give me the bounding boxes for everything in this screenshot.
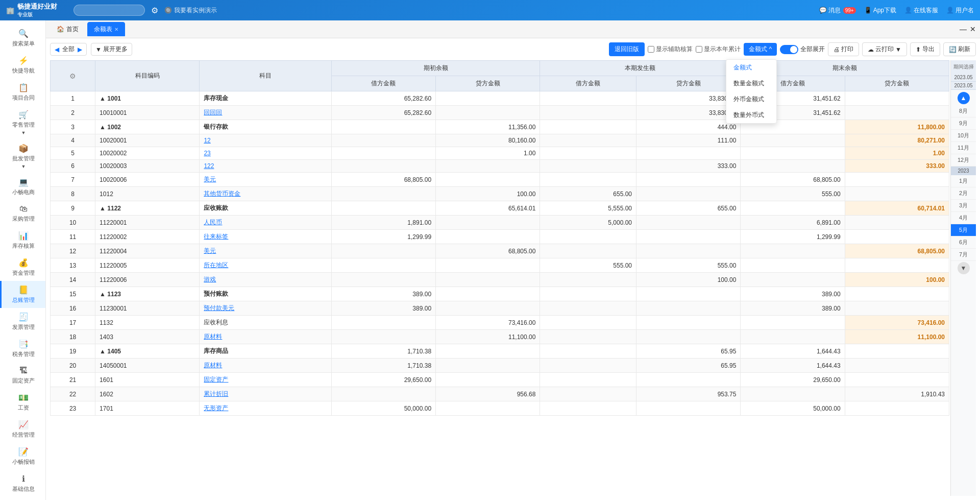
date-aug[interactable]: 8月 xyxy=(951,105,976,117)
table-row: 610020003122333.00333.00 xyxy=(51,160,949,173)
table-cell[interactable]: 12 xyxy=(200,134,331,147)
table-cell: 389.00 xyxy=(741,287,845,301)
user-avatar[interactable]: 👤 用户名 xyxy=(946,6,974,15)
date-may[interactable]: 5月 xyxy=(951,224,976,236)
window-close-btn[interactable]: ✕ xyxy=(970,25,976,33)
table-cell[interactable]: 预付账款 xyxy=(200,287,331,301)
sidebar-item-wholesale[interactable]: 📦 批发管理 ▼ xyxy=(0,139,45,173)
table-cell: 333.00 xyxy=(636,160,741,173)
table-cell: 65,614.01 xyxy=(436,201,540,216)
top-search-input[interactable] xyxy=(74,5,145,16)
sidebar-item-ecommerce[interactable]: 💻 小畅电商 xyxy=(0,173,45,200)
table-cell: ▲ 1001 xyxy=(95,91,200,106)
sidebar-item-inventory[interactable]: 📊 库存核算 xyxy=(0,227,45,254)
table-cell[interactable]: 其他货币资金 xyxy=(200,187,331,201)
mode-btn[interactable]: 金额式 ^ xyxy=(744,43,777,56)
mode-option-qty-foreign[interactable]: 数量外币式 xyxy=(726,107,776,123)
table-cell[interactable]: 银行存款 xyxy=(200,120,331,134)
tab-close-icon[interactable]: ✕ xyxy=(114,27,118,32)
date-sep[interactable]: 9月 xyxy=(951,117,976,130)
sidebar-item-search[interactable]: 🔍 搜索菜单 xyxy=(0,25,45,52)
table-cell[interactable]: 美元 xyxy=(200,173,331,187)
table-cell[interactable]: 应收利息 xyxy=(200,316,331,330)
left-arrow-icon[interactable]: ◀ xyxy=(55,46,59,53)
table-cell[interactable]: 原材料 xyxy=(200,330,331,344)
table-cell[interactable]: 游戏 xyxy=(200,273,331,287)
mode-option-amount[interactable]: 金额式 xyxy=(726,60,776,76)
table-cell xyxy=(331,273,435,287)
expand-more-btn[interactable]: ▼ 展开更多 xyxy=(91,43,132,56)
table-cell[interactable]: 无形资产 xyxy=(200,401,331,416)
table-cell[interactable]: 122 xyxy=(200,160,331,173)
table-cell: 15 xyxy=(51,287,95,301)
next-year-btn[interactable]: ▼ xyxy=(958,262,970,274)
sidebar-item-finance[interactable]: 💰 资金管理 xyxy=(0,254,45,281)
app-download-btn[interactable]: 📱 App下载 xyxy=(864,6,896,15)
date-nov[interactable]: 11月 xyxy=(951,142,976,154)
sidebar-item-quick[interactable]: ⚡ 快捷导航 xyxy=(0,52,45,79)
table-cell[interactable]: 原材料 xyxy=(200,359,331,373)
table-cell[interactable]: 美元 xyxy=(200,244,331,258)
table-cell: 1 xyxy=(51,91,95,106)
table-cell[interactable]: 回回回 xyxy=(200,106,331,120)
sidebar-item-system[interactable]: ⚙ 系统管理 xyxy=(0,497,45,500)
right-arrow-icon[interactable]: ▶ xyxy=(78,46,82,53)
refresh-icon: 🔄 xyxy=(949,46,957,53)
search-box[interactable]: ◀ 全部 ▶ xyxy=(50,43,87,56)
demo-link[interactable]: 🔘 我要看实例演示 xyxy=(164,6,217,15)
tab-home[interactable]: 🏠 首页 xyxy=(50,22,85,36)
date-jun[interactable]: 6月 xyxy=(951,236,976,249)
sidebar-item-purchase[interactable]: 🛍 采购管理 xyxy=(0,200,45,227)
refresh-btn[interactable]: 🔄 刷新 xyxy=(943,42,976,56)
sidebar-item-salary[interactable]: 💵 工资 xyxy=(0,389,45,416)
date-mar[interactable]: 3月 xyxy=(951,200,976,212)
table-cell[interactable]: 往来标签 xyxy=(200,230,331,244)
expand-all-toggle[interactable] xyxy=(780,45,798,54)
tab-balance[interactable]: 余额表 ✕ xyxy=(87,22,125,36)
date-feb[interactable]: 2月 xyxy=(951,187,976,200)
show-yearly-checkbox[interactable]: 显示本年累计 xyxy=(696,45,741,54)
sidebar-item-retail[interactable]: 🛒 零售管理 ▼ xyxy=(0,106,45,139)
print-btn[interactable]: 🖨 打印 xyxy=(828,42,859,56)
sidebar-item-assets[interactable]: 🏗 固定资产 xyxy=(0,362,45,389)
date-jan[interactable]: 1月 xyxy=(951,175,976,187)
table-cell[interactable]: 累计折旧 xyxy=(200,387,331,401)
prev-year-btn[interactable]: ▲ xyxy=(958,92,970,104)
mode-option-foreign[interactable]: 外币金额式 xyxy=(726,91,776,107)
table-cell[interactable]: 库存商品 xyxy=(200,344,331,359)
export-btn[interactable]: ⬆ 导出 xyxy=(910,42,940,56)
sidebar-item-label: 批发管理 xyxy=(12,155,35,162)
table-cell[interactable]: 所在地区 xyxy=(200,258,331,273)
table-cell[interactable]: 固定资产 xyxy=(200,373,331,387)
sidebar-item-basic[interactable]: ℹ 基础信息 xyxy=(0,470,45,497)
online-service-btn[interactable]: 👤 在线客服 xyxy=(904,6,938,15)
table-cell: ▲ 1122 xyxy=(95,201,200,216)
cloud-print-btn[interactable]: ☁ 云打印 ▼ xyxy=(862,42,907,56)
sidebar-item-sales[interactable]: 📝 小畅报销 xyxy=(0,443,45,470)
sidebar-item-project[interactable]: 📋 项目合同 xyxy=(0,79,45,106)
sidebar-item-operations[interactable]: 📈 经营管理 xyxy=(0,416,45,443)
return-old-btn[interactable]: 退回旧版 xyxy=(609,42,645,56)
mode-option-qty-amount[interactable]: 数量金额式 xyxy=(726,76,776,91)
app-logo: 🏢 畅捷通好业财 专业版 xyxy=(6,2,67,18)
mode-selector: 金额式 ^ 金额式 数量金额式 外币金额式 数量外币式 xyxy=(744,43,777,56)
date-dec[interactable]: 12月 xyxy=(951,154,976,166)
expand-icon: ▼ xyxy=(95,46,102,53)
table-cell[interactable]: 预付款美元 xyxy=(200,301,331,316)
table-cell[interactable]: 库存现金 xyxy=(200,91,331,106)
content-area: 🏠 首页 余额表 ✕ — ✕ ◀ 全部 ▶ xyxy=(46,20,980,500)
gear-icon[interactable]: ⚙ xyxy=(69,72,76,80)
sidebar-item-ledger[interactable]: 📒 总账管理 xyxy=(0,281,45,308)
message-btn[interactable]: 💬 消息 99+ xyxy=(819,6,856,15)
window-minimize-btn[interactable]: — xyxy=(960,25,967,33)
date-apr[interactable]: 4月 xyxy=(951,212,976,224)
date-oct[interactable]: 10月 xyxy=(951,130,976,142)
date-jul[interactable]: 7月 xyxy=(951,249,976,261)
show-helper-checkbox[interactable]: 显示辅助核算 xyxy=(648,45,693,54)
table-cell[interactable]: 人民币 xyxy=(200,216,331,230)
settings-icon[interactable]: ⚙ xyxy=(151,6,158,15)
sidebar-item-tax[interactable]: 📑 税务管理 xyxy=(0,335,45,362)
table-cell[interactable]: 23 xyxy=(200,147,331,160)
sidebar-item-invoice[interactable]: 🧾 发票管理 xyxy=(0,308,45,335)
table-cell[interactable]: 应收账款 xyxy=(200,201,331,216)
